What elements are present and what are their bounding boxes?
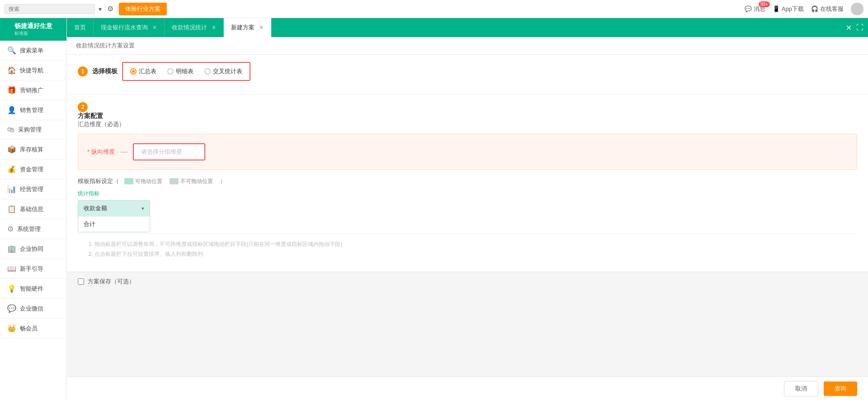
search-input[interactable] [5,4,95,14]
inventory-icon: 📦 [7,145,16,154]
tab-close-all-button[interactable]: ✕ [846,24,852,32]
sidebar-item-enterprise-coop[interactable]: 🏢 企业协同 [0,239,66,259]
dimension-row: * 纵向维度 — 请选择分组维度 [87,143,848,160]
top-header: ▾ ⚙ 体验行业方案 💬 消息 99+ 📱 App下载 🎧 在线客服 [0,0,868,18]
radio-summary[interactable]: 汇总表 [130,67,156,75]
step1-radio-box: 汇总表 明细表 交叉统计表 [122,62,250,81]
gear-button[interactable]: ⚙ [107,5,113,13]
stats-table-label: 统计指标 [78,190,857,198]
dropdown-button[interactable]: ▾ [99,5,102,13]
tab-home[interactable]: 首页 [67,18,94,37]
legend-fixed-box [170,178,179,184]
radio-cross-dot [204,68,211,75]
member-icon: 👑 [7,324,16,333]
tab-new-plan-close[interactable]: ✕ [259,24,264,31]
sidebar-item-sales[interactable]: 👤 销售管理 [0,100,66,120]
sidebar-item-purchase[interactable]: 🛍 采购管理 [0,120,66,140]
finance-icon: 💰 [7,165,16,174]
sidebar-item-label-guide: 新手引导 [20,265,43,273]
sales-icon: 👤 [7,106,16,114]
support-item[interactable]: 🎧 在线客服 [811,5,844,13]
dimension-select[interactable]: 请选择分组维度 [133,143,205,160]
tab-expand-button[interactable]: ⛶ [856,24,863,32]
sidebar-item-enterprise-wechat[interactable]: 💬 企业微信 [0,299,66,319]
download-label: App下载 [782,5,804,13]
tip1: 1. 拖动标题栏可以调整布局，不可跨维度或指标区域拖动栏目字段(只能在同一维度或… [89,240,846,249]
radio-summary-dot [130,68,137,75]
save-checkbox[interactable] [78,278,84,285]
avatar[interactable] [851,3,863,15]
sidebar-item-label-system: 系统管理 [17,225,41,233]
sidebar-item-label-operations: 经营管理 [20,185,43,193]
dimension-arrow: — [120,148,127,156]
breadcrumb: 收款情况统计方案设置 [67,37,868,55]
sidebar-item-system[interactable]: ⚙ 系统管理 [0,219,66,239]
notification-badge: 99+ [759,1,770,7]
message-icon: 💬 [745,5,752,12]
step1-title: 选择模板 [92,67,118,75]
cancel-button[interactable]: 取消 [784,381,818,396]
legend-draggable-label: 可拖动位置 [135,178,162,185]
trial-button[interactable]: 体验行业方案 [119,3,167,15]
sidebar-logo: 畅捷通好生意 标准版 [0,18,66,41]
search-menu-icon: 🔍 [7,46,16,55]
sidebar: 畅捷通好生意 标准版 🔍 搜索菜单 🏠 快捷导航 🎁 营销推广 👤 销售管理 🛍… [0,18,67,400]
sidebar-item-guide[interactable]: 📖 新手引导 [0,259,66,279]
enterprise-coop-icon: 🏢 [7,245,16,253]
tip2: 2. 点击标题栏下拉可设置排序、插入列和删除列 [89,249,846,259]
dimension-area: * 纵向维度 — 请选择分组维度 [78,134,857,170]
sidebar-item-smart-hw[interactable]: 💡 智能硬件 [0,279,66,299]
sidebar-item-operations[interactable]: 📊 经营管理 [0,179,66,199]
sidebar-item-inventory[interactable]: 📦 库存核算 [0,140,66,160]
radio-cross[interactable]: 交叉统计表 [204,67,242,75]
column-dropdown-icon[interactable]: ▾ [142,206,144,212]
sidebar-item-label-quick: 快捷导航 [20,66,43,75]
sidebar-item-label-basic: 基础信息 [20,205,43,213]
tab-cashflow-label: 现金银行流水查询 [101,24,148,32]
indicator-legend: 可拖动位置 不可拖动位置 ） [124,178,226,185]
basic-info-icon: 📋 [7,205,16,213]
notification-item[interactable]: 💬 消息 99+ [745,5,765,13]
save-option: 方案保存（可选） [67,272,868,291]
operations-icon: 📊 [7,185,16,193]
radio-summary-label: 汇总表 [139,67,156,75]
table-row-header[interactable]: 收款金额 ▾ [78,201,150,216]
legend-fixed: 不可拖动位置 [170,178,213,185]
enterprise-wechat-icon: 💬 [7,304,16,313]
dimension-label: 汇总维度（必选） [78,120,857,128]
sidebar-item-label-coop: 企业协同 [20,245,43,253]
sidebar-item-member[interactable]: 👑 畅会员 [0,319,66,339]
indicator-label: 模板指标设定（ [78,177,119,185]
tab-receipt-stats[interactable]: 收款情况统计 ✕ [165,18,224,37]
step1-number: 1 [78,66,88,76]
sidebar-item-search-menu[interactable]: 🔍 搜索菜单 [0,41,66,61]
step2-title: 方案配置 [78,112,103,119]
download-icon: 📱 [773,5,780,12]
download-item[interactable]: 📱 App下载 [773,5,804,13]
tab-receipt-close[interactable]: ✕ [212,24,216,31]
tab-cashflow-close[interactable]: ✕ [152,24,157,31]
indicator-label-end: ） [220,178,226,185]
vertical-label: * 纵向维度 [87,148,115,156]
sidebar-item-finance[interactable]: 💰 资金管理 [0,160,66,179]
sidebar-item-label-wechat: 企业微信 [20,305,43,313]
tab-receipt-label: 收款情况统计 [172,24,207,32]
step1-header: 1 选择模板 汇总表 明细表 [78,62,857,81]
radio-detail[interactable]: 明细表 [167,67,193,75]
sidebar-item-label-search: 搜索菜单 [20,47,43,55]
sidebar-item-quick-nav[interactable]: 🏠 快捷导航 [0,61,66,80]
content-area: 首页 现金银行流水查询 ✕ 收款情况统计 ✕ 新建方案 ✕ ✕ ⛶ 收款情况统计… [67,18,868,400]
tab-cashflow[interactable]: 现金银行流水查询 ✕ [94,18,165,37]
legend-draggable: 可拖动位置 [124,178,162,185]
legend-draggable-box [124,178,133,184]
quick-nav-icon: 🏠 [7,66,16,75]
stats-table: 收款金额 ▾ 合计 [78,200,150,232]
tab-bar-right: ✕ ⛶ [846,24,868,32]
sidebar-item-label-member: 畅会员 [20,325,38,333]
step2-section: 2 方案配置 汇总维度（必选） * 纵向维度 — 请选择分组维度 模板指标设定（ [67,95,868,272]
sidebar-item-marketing[interactable]: 🎁 营销推广 [0,80,66,100]
tab-new-plan[interactable]: 新建方案 ✕ [224,18,271,37]
logo-text: 畅捷通好生意 [14,22,52,30]
query-button[interactable]: 查询 [824,381,857,396]
sidebar-item-basic-info[interactable]: 📋 基础信息 [0,199,66,219]
